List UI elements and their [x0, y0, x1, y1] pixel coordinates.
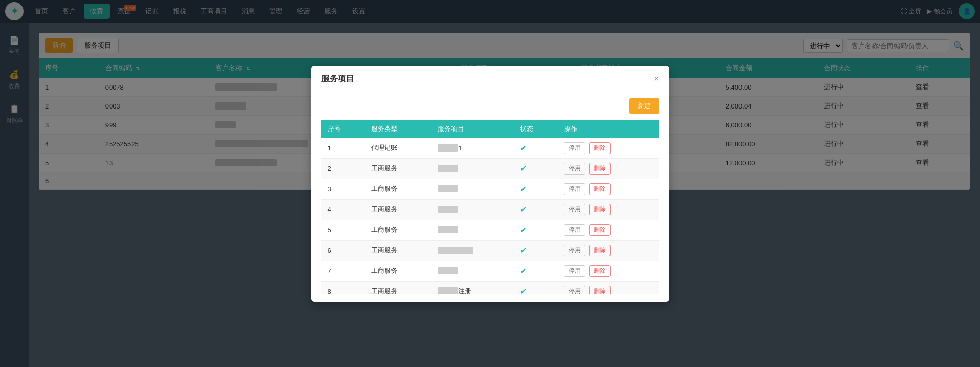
service-modal: 服务项目 × 新建 序号 服务类型 服务项目 [311, 66, 669, 302]
delete-button[interactable]: 删除 [589, 204, 611, 215]
status-check-icon: ✔ [520, 185, 527, 193]
modal-cell-action: 停用 删除 [558, 158, 659, 179]
modal-cell-type: 工商服务 [365, 220, 431, 240]
main-layout: 📄 合同 💰 收费 📋 对账单 新增 服务项目 进行中 全部 已结束 [0, 23, 980, 367]
status-check-icon: ✔ [520, 226, 527, 234]
modal-cell-seq: 3 [321, 179, 365, 199]
modal-cell-type: 代理记账 [365, 138, 431, 159]
status-check-icon: ✔ [520, 246, 527, 255]
modal-cell-item [431, 199, 514, 220]
status-check-icon: ✔ [520, 287, 527, 294]
delete-button[interactable]: 删除 [589, 265, 611, 277]
stop-button[interactable]: 停用 [564, 265, 585, 277]
modal-table-row: 2 工商服务 ✔ 停用 删除 [321, 158, 659, 179]
stop-button[interactable]: 停用 [564, 224, 585, 236]
modal-cell-action: 停用 删除 [558, 220, 659, 240]
stop-button[interactable]: 停用 [564, 245, 585, 256]
modal-cell-action: 停用 删除 [558, 261, 659, 281]
modal-cell-status: ✔ [514, 179, 558, 199]
modal-col-type: 服务类型 [365, 120, 431, 138]
modal-header: 服务项目 × [311, 66, 669, 90]
modal-service-table: 序号 服务类型 服务项目 状态 操作 1 代理记账 [321, 120, 659, 294]
modal-table-row: 3 工商服务 ✔ 停用 删除 [321, 179, 659, 199]
stop-button[interactable]: 停用 [564, 163, 585, 175]
modal-cell-action: 停用 删除 [558, 138, 659, 159]
modal-close-button[interactable]: × [654, 74, 659, 84]
stop-button[interactable]: 停用 [564, 204, 585, 215]
delete-button[interactable]: 删除 [589, 245, 611, 256]
stop-button[interactable]: 停用 [564, 183, 585, 195]
modal-cell-type: 工商服务 [365, 281, 431, 294]
modal-cell-type: 工商服务 [365, 261, 431, 281]
modal-cell-seq: 4 [321, 199, 365, 220]
modal-title: 服务项目 [321, 74, 354, 84]
modal-cell-type: 工商服务 [365, 158, 431, 179]
modal-overlay: 服务项目 × 新建 序号 服务类型 服务项目 [29, 23, 980, 367]
modal-new-button[interactable]: 新建 [629, 98, 659, 114]
modal-cell-action: 停用 删除 [558, 281, 659, 294]
modal-col-item: 服务项目 [431, 120, 514, 138]
status-check-icon: ✔ [520, 164, 527, 173]
delete-button[interactable]: 删除 [589, 286, 611, 294]
modal-cell-seq: 6 [321, 240, 365, 261]
modal-cell-item [431, 220, 514, 240]
stop-button[interactable]: 停用 [564, 142, 585, 154]
modal-cell-type: 工商服务 [365, 179, 431, 199]
modal-cell-status: ✔ [514, 220, 558, 240]
delete-button[interactable]: 删除 [589, 224, 611, 236]
status-check-icon: ✔ [520, 267, 527, 275]
modal-toolbar: 新建 [321, 98, 659, 114]
content-area: 新增 服务项目 进行中 全部 已结束 🔍 序号 合同编码 [29, 23, 980, 367]
modal-table-row: 4 工商服务 ✔ 停用 删除 [321, 199, 659, 220]
modal-cell-item [431, 261, 514, 281]
delete-button[interactable]: 删除 [589, 183, 611, 195]
modal-cell-status: ✔ [514, 199, 558, 220]
modal-cell-action: 停用 删除 [558, 240, 659, 261]
modal-table-row: 1 代理记账 1 ✔ 停用 删除 [321, 138, 659, 159]
modal-col-action: 操作 [558, 120, 659, 138]
modal-cell-action: 停用 删除 [558, 199, 659, 220]
modal-table-wrapper[interactable]: 序号 服务类型 服务项目 状态 操作 1 代理记账 [321, 120, 659, 294]
modal-cell-item [431, 240, 514, 261]
modal-body: 新建 序号 服务类型 服务项目 状态 操作 [311, 90, 669, 302]
modal-cell-item: 注册 [431, 281, 514, 294]
modal-cell-seq: 1 [321, 138, 365, 159]
modal-cell-item [431, 158, 514, 179]
modal-table-row: 8 工商服务 注册 ✔ 停用 删除 [321, 281, 659, 294]
modal-table-row: 5 工商服务 ✔ 停用 删除 [321, 220, 659, 240]
modal-cell-seq: 8 [321, 281, 365, 294]
modal-cell-type: 工商服务 [365, 240, 431, 261]
modal-table-row: 7 工商服务 ✔ 停用 删除 [321, 261, 659, 281]
modal-table-row: 6 工商服务 ✔ 停用 删除 [321, 240, 659, 261]
modal-col-status: 状态 [514, 120, 558, 138]
modal-cell-status: ✔ [514, 158, 558, 179]
modal-col-seq: 序号 [321, 120, 365, 138]
delete-button[interactable]: 删除 [589, 163, 611, 175]
modal-cell-seq: 7 [321, 261, 365, 281]
modal-cell-status: ✔ [514, 281, 558, 294]
modal-cell-seq: 5 [321, 220, 365, 240]
modal-cell-item: 1 [431, 138, 514, 159]
delete-button[interactable]: 删除 [589, 142, 611, 154]
modal-cell-status: ✔ [514, 261, 558, 281]
modal-cell-type: 工商服务 [365, 199, 431, 220]
modal-cell-action: 停用 删除 [558, 179, 659, 199]
modal-cell-status: ✔ [514, 240, 558, 261]
status-check-icon: ✔ [520, 205, 527, 214]
modal-cell-seq: 2 [321, 158, 365, 179]
modal-cell-item [431, 179, 514, 199]
stop-button[interactable]: 停用 [564, 286, 585, 294]
status-check-icon: ✔ [520, 144, 527, 153]
modal-cell-status: ✔ [514, 138, 558, 159]
